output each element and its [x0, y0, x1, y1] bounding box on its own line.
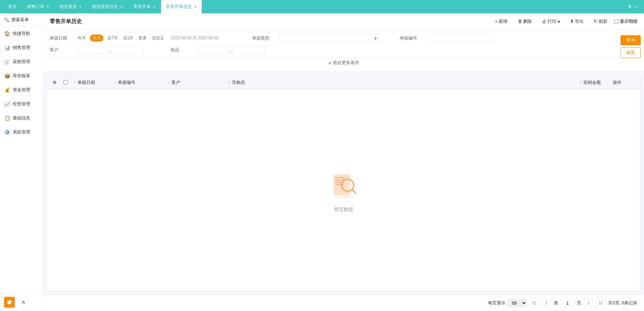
th-checkbox[interactable]: [61, 80, 71, 85]
tab-close-retail-open-history[interactable]: ✕: [194, 5, 197, 9]
sidebar-item-label: 基础信息: [13, 115, 30, 121]
sidebar-item-inventory[interactable]: 📦 库存核算: [0, 69, 43, 83]
th-guide-label: 导购员: [232, 80, 245, 86]
page-label-before: 第: [554, 300, 558, 306]
sidebar-item-sales-mgmt[interactable]: 📊 销售管理: [0, 41, 43, 55]
th-order-number[interactable]: ⇅ 单据编号: [111, 80, 165, 86]
home-icon: 🏠: [4, 31, 10, 37]
doc-icon: 📋: [4, 115, 10, 121]
sidebar: 🔍 搜索采单 🏠 快捷导航 📊 销售管理 🛒 采购管理 📦 库存核算 💰 资金管…: [0, 13, 43, 311]
per-page-select[interactable]: 10 20 50 100: [508, 299, 527, 307]
th-action-label: 操作: [613, 80, 622, 86]
filter-row-2: 客户 ... 商品 ...: [50, 46, 637, 54]
bill-number-input[interactable]: [427, 34, 494, 42]
date-today[interactable]: 今天: [90, 35, 103, 42]
tab-sales-return[interactable]: 销货退货 ✕: [55, 0, 87, 13]
th-customer-label: 客户: [171, 80, 180, 86]
svg-rect-2: [335, 177, 345, 178]
query-setting-buttons: 查询 设置: [621, 35, 641, 58]
sort-icon-customer: ⇅: [167, 81, 170, 84]
select-all-checkbox[interactable]: [63, 80, 68, 85]
th-settings[interactable]: ⚙: [50, 80, 61, 85]
tab-home[interactable]: 首页: [3, 0, 21, 13]
th-order-label: 单据编号: [118, 80, 135, 86]
sidebar-item-purchase-mgmt[interactable]: 🛒 采购管理: [0, 55, 43, 69]
export-button[interactable]: ⬆ 导出: [567, 17, 587, 26]
sidebar-item-label: 采购管理: [13, 59, 30, 65]
sidebar-item-finance[interactable]: 💰 资金管理: [0, 83, 43, 97]
sort-icon-guide: ⇅: [228, 81, 231, 84]
sidebar-item-label: 快捷导航: [13, 31, 30, 37]
sort-icon-amount: ⇅: [579, 81, 582, 84]
print-label: 🖨 打印: [542, 18, 556, 24]
show-detail-label: 显示明细: [620, 18, 637, 24]
add-button[interactable]: + 新增: [492, 17, 511, 26]
collapse-sidebar-button[interactable]: [18, 297, 29, 308]
sidebar-bottom: [0, 293, 43, 311]
collapse-label: 收起更多条件: [333, 60, 359, 66]
trending-icon: 📈: [4, 101, 10, 107]
sidebar-search-label: 搜索采单: [11, 17, 29, 23]
filter-row-1: 单据日期 昨天 今天 近7天 近1月 更多 自定义 2023-06-02 至 2…: [50, 34, 637, 42]
tab-sales-return-history[interactable]: 销货退货历史 ✕: [87, 0, 128, 13]
sidebar-item-quick-nav[interactable]: 🏠 快捷导航: [0, 27, 43, 41]
setting-button[interactable]: 设置: [621, 47, 641, 58]
settings-button[interactable]: [4, 297, 15, 308]
date-7days[interactable]: 近7天: [106, 35, 119, 42]
date-yesterday[interactable]: 昨天: [77, 35, 87, 42]
search-icon: 🔍: [4, 17, 9, 22]
sidebar-item-label: 系统管理: [13, 129, 30, 135]
tab-close-sales-return[interactable]: ✕: [79, 5, 82, 9]
sidebar-search[interactable]: 🔍 搜索采单: [0, 13, 43, 27]
date-custom[interactable]: 自定义: [151, 35, 165, 42]
query-button[interactable]: 查询: [621, 35, 641, 45]
table-settings-icon: ⚙: [53, 80, 57, 85]
money-icon: 💰: [4, 87, 10, 93]
th-guide[interactable]: ⇅ 导购员: [225, 80, 265, 86]
tab-retail-open-history[interactable]: 零售开单历史 ✕: [161, 0, 202, 13]
cart-icon: 🛒: [4, 59, 10, 65]
sidebar-item-operations[interactable]: 📈 经营管理: [0, 97, 43, 111]
sidebar-item-label: 经营管理: [13, 101, 30, 107]
sidebar-item-label: 资金管理: [13, 87, 30, 93]
th-amount-label: 实销金额: [583, 80, 601, 86]
bill-type-filter-label: 单据类型: [252, 35, 272, 41]
table-header: ⚙ ⇅ 单据日期 ⇅ 单据编号 ⇅ 客户 ⇅: [47, 76, 640, 89]
show-detail-checkbox[interactable]: [614, 19, 618, 24]
prev-page-button[interactable]: ⟨: [542, 298, 551, 308]
th-customer[interactable]: ⇅ 客户: [165, 80, 225, 86]
gear-icon: ⚙️: [4, 129, 10, 135]
bill-type-select[interactable]: [279, 34, 380, 42]
date-1month[interactable]: 近1月: [122, 35, 135, 42]
th-amount[interactable]: ⇅ 实销金额: [577, 80, 610, 86]
empty-text: 暂无数据: [334, 207, 353, 213]
sidebar-item-label: 销售管理: [13, 45, 30, 51]
show-detail-checkbox-label[interactable]: 显示明细: [614, 18, 637, 24]
bill-number-filter-label: 单据编号: [400, 35, 420, 41]
sidebar-item-system-mgmt[interactable]: ⚙️ 系统管理: [0, 125, 43, 139]
next-page-button[interactable]: ⟩: [584, 298, 593, 308]
refresh-button[interactable]: ↻ 刷新: [590, 17, 611, 26]
date-more[interactable]: 更多: [137, 35, 148, 42]
top-nav: 首页 销售订单 ✕ 销货退货 ✕ 销货退货历史 ✕ 零售开单 ✕ 零售开单历史 …: [0, 0, 644, 13]
delete-button[interactable]: 🗑 删除: [514, 17, 536, 26]
first-page-button[interactable]: ⟨⟨: [530, 298, 539, 308]
tab-close-retail-open[interactable]: ✕: [153, 5, 156, 9]
tab-close-sales-return-history[interactable]: ✕: [120, 5, 123, 9]
customer-select-button[interactable]: ...: [77, 46, 144, 54]
th-date[interactable]: ⇅ 单据日期: [71, 80, 111, 86]
tab-sales-order[interactable]: 销售订单 ✕: [22, 0, 54, 13]
tab-close-sales-order[interactable]: ✕: [46, 5, 49, 9]
pagination: 每页显示 10 20 50 100 ⟨⟨ ⟨ 第 页 ⟩ ⟩⟩ 共0页, 0条记…: [43, 295, 644, 311]
empty-state: 暂无数据: [47, 89, 640, 291]
goods-select-button[interactable]: ...: [197, 46, 264, 54]
sidebar-item-basic-info[interactable]: 📋 基础信息: [0, 111, 43, 125]
tab-retail-open[interactable]: 零售开单 ✕: [129, 0, 160, 13]
collapse-filter-button[interactable]: ∧ 收起更多条件: [50, 57, 637, 68]
total-info: 共0页, 0条记录: [608, 300, 637, 306]
print-button[interactable]: 🖨 打印 ▾: [539, 17, 563, 26]
window-close-button[interactable]: ✕ —: [628, 3, 639, 10]
current-page-input[interactable]: [561, 299, 574, 307]
last-page-button[interactable]: ⟩⟩: [596, 298, 605, 308]
sidebar-item-label: 库存核算: [13, 73, 30, 79]
